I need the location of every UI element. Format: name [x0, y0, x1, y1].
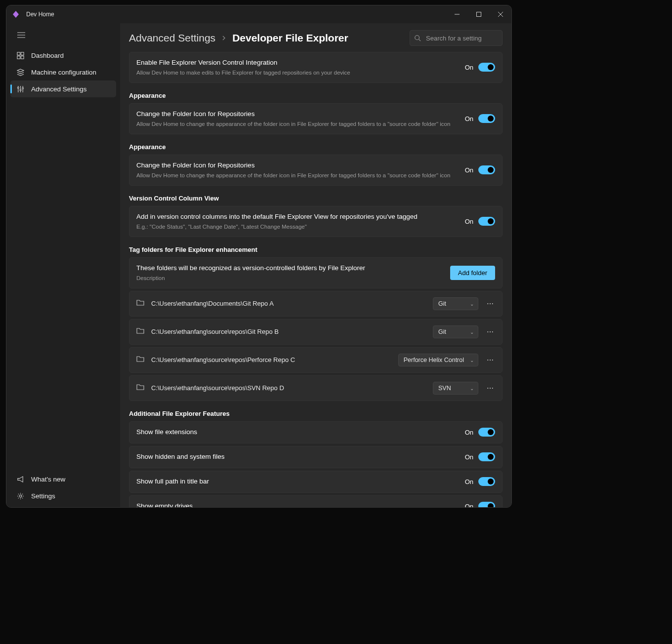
svg-line-20 [419, 40, 421, 41]
toggle-state-label: On [465, 64, 473, 71]
more-options-button[interactable]: ⋯ [485, 354, 495, 366]
gear-icon [16, 492, 24, 500]
setting-change-folder-icon: Change the Folder Icon for Repositories … [129, 103, 503, 134]
add-folder-button[interactable]: Add folder [450, 266, 495, 280]
svg-point-19 [415, 36, 420, 40]
sidebar-item-machine-config[interactable]: Machine configuration [10, 64, 116, 80]
setting-show-full-path: Show full path in title bar On [129, 471, 503, 493]
dropdown-value: SVN [438, 385, 451, 392]
sidebar-item-label: Machine configuration [31, 69, 96, 76]
dashboard-icon [16, 51, 24, 59]
search-box [410, 30, 503, 46]
tagged-folder-row: C:\Users\ethanfang\source\repos\SVN Repo… [129, 375, 503, 401]
close-button[interactable] [490, 5, 511, 23]
sidebar: Dashboard Machine configuration Advanced… [6, 23, 120, 507]
svg-point-17 [22, 87, 23, 89]
setting-title: Show full path in title bar [136, 477, 458, 486]
title-bar: Dev Home [6, 5, 511, 23]
section-header: Additional File Explorer Features [129, 410, 503, 417]
vcs-dropdown[interactable]: Perforce Helix Control ⌄ [398, 354, 478, 366]
svg-rect-1 [477, 12, 481, 17]
sidebar-item-label: Advanced Settings [31, 85, 87, 93]
main-content: Advanced Settings Developer File Explore… [120, 23, 511, 507]
chevron-down-icon: ⌄ [470, 329, 474, 335]
toggle-switch[interactable] [478, 502, 495, 507]
toggle-state-label: On [465, 166, 473, 174]
toggle-switch[interactable] [478, 452, 495, 461]
stack-icon [16, 68, 24, 76]
search-input[interactable] [410, 30, 503, 46]
chevron-right-icon [221, 35, 226, 42]
folder-icon [136, 356, 144, 364]
svg-rect-10 [21, 56, 24, 59]
more-options-button[interactable]: ⋯ [485, 298, 495, 310]
folder-path: C:\Users\ethanfang\Documents\Git Repo A [151, 300, 426, 307]
setting-title: Add in version control columns into the … [136, 212, 458, 222]
setting-description: Allow Dev Home to change the appearance … [136, 171, 458, 179]
svg-rect-7 [17, 52, 20, 55]
page-title: Developer File Explorer [232, 32, 348, 44]
setting-description: Allow Dev Home to change the appearance … [136, 120, 458, 128]
toggle-state-label: On [465, 218, 473, 225]
tagged-folder-row: C:\Users\ethanfang\source\repos\Git Repo… [129, 319, 503, 345]
vcs-dropdown[interactable]: Git ⌄ [433, 325, 478, 338]
breadcrumb-parent[interactable]: Advanced Settings [129, 32, 215, 44]
svg-point-18 [19, 495, 22, 497]
folder-icon [136, 384, 144, 393]
sidebar-item-settings[interactable]: Settings [10, 487, 116, 504]
section-header: Tag folders for File Explorer enhancemen… [129, 246, 503, 253]
tag-folders-header: These folders will be recognized as vers… [129, 257, 503, 288]
tagged-folder-row: C:\Users\ethanfang\Documents\Git Repo A … [129, 291, 503, 317]
more-options-button[interactable]: ⋯ [485, 326, 495, 338]
setting-description: Allow Dev Home to make edits to File Exp… [136, 69, 458, 77]
minimize-button[interactable] [446, 5, 468, 23]
vcs-dropdown[interactable]: Git ⌄ [433, 297, 478, 310]
dropdown-value: Perforce Helix Control [404, 357, 464, 363]
sidebar-item-whats-new[interactable]: What's new [10, 471, 116, 487]
setting-title: Show file extensions [136, 428, 458, 437]
sidebar-item-advanced-settings[interactable]: Advanced Settings [10, 80, 116, 97]
setting-title: Enable File Explorer Version Control Int… [136, 58, 458, 68]
maximize-button[interactable] [468, 5, 490, 23]
app-window: Dev Home Dashboard [6, 5, 512, 508]
chevron-down-icon: ⌄ [470, 386, 474, 391]
svg-marker-11 [17, 69, 23, 72]
megaphone-icon [16, 475, 24, 483]
sidebar-item-label: Settings [31, 492, 55, 500]
toggle-state-label: On [465, 115, 473, 122]
toggle-switch[interactable] [478, 114, 495, 123]
setting-title: These folders will be recognized as vers… [136, 264, 443, 273]
setting-vc-columns: Add in version control columns into the … [129, 206, 503, 237]
tagged-folder-row: C:\Users\ethanfang\source\repos\Perforce… [129, 347, 503, 373]
section-header: Appearance [129, 92, 503, 99]
app-icon [11, 10, 20, 19]
sidebar-item-dashboard[interactable]: Dashboard [10, 47, 116, 64]
setting-title: Change the Folder Icon for Repositories [136, 110, 458, 119]
svg-point-15 [20, 89, 21, 90]
chevron-down-icon: ⌄ [470, 358, 474, 363]
toggle-switch[interactable] [478, 165, 495, 174]
folder-path: C:\Users\ethanfang\source\repos\SVN Repo… [151, 384, 426, 392]
sliders-icon [16, 85, 24, 93]
setting-show-file-extensions: Show file extensions On [129, 421, 503, 443]
setting-description: E.g.: "Code Status", "Last Change Date",… [136, 223, 458, 231]
search-icon [414, 35, 421, 43]
more-options-button[interactable]: ⋯ [485, 382, 495, 394]
folder-path: C:\Users\ethanfang\source\repos\Git Repo… [151, 328, 426, 335]
section-header: Appearance [129, 143, 503, 151]
toggle-state-label: On [465, 503, 473, 507]
toggle-switch[interactable] [478, 63, 495, 72]
breadcrumb: Advanced Settings Developer File Explore… [129, 32, 348, 44]
svg-point-13 [17, 87, 19, 88]
sidebar-item-label: What's new [31, 476, 65, 483]
toggle-switch[interactable] [478, 428, 495, 437]
setting-enable-vc-integration: Enable File Explorer Version Control Int… [129, 52, 503, 83]
folder-path: C:\Users\ethanfang\source\repos\Perforce… [151, 356, 391, 363]
toggle-switch[interactable] [478, 217, 495, 226]
toggle-switch[interactable] [478, 477, 495, 486]
svg-rect-9 [17, 56, 20, 59]
toggle-state-label: On [465, 453, 473, 461]
vcs-dropdown[interactable]: SVN ⌄ [433, 382, 478, 395]
toggle-state-label: On [465, 478, 473, 485]
hamburger-button[interactable] [11, 26, 31, 44]
